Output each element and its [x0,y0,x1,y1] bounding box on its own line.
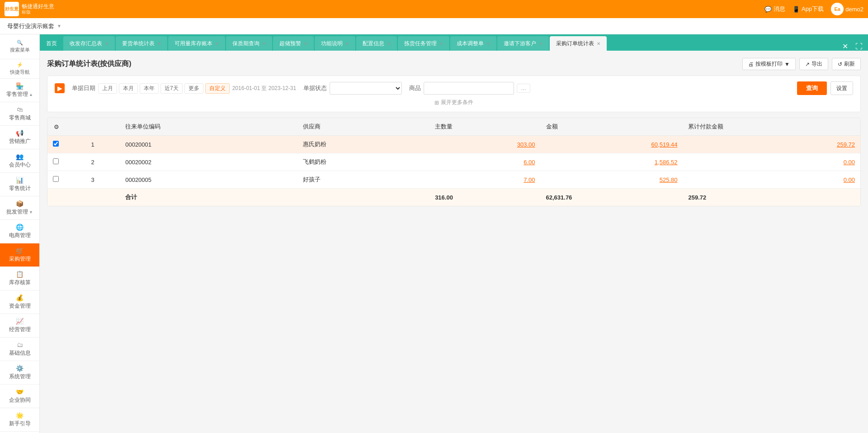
row-quantity[interactable]: 7.00 [429,171,540,189]
status-select[interactable] [330,82,402,95]
row-index: 2 [66,153,120,171]
tab-picking-task[interactable]: 拣货任务管理 ✕ [398,36,449,51]
table-header: ⚙ 往来单位编码 供应商 主数量 金额 累计付款金额 [47,118,860,136]
row-amount[interactable]: 525.80 [541,171,683,189]
message-icon: 💬 [764,6,772,13]
tab-collect-pay[interactable]: 收发存汇总表 ✕ [63,36,115,51]
tab-overstock-alert[interactable]: 超储预警 ✕ [273,36,314,51]
tab-purchase-stats[interactable]: 采购订单统计表 ✕ [550,36,607,51]
footer-label: 合计 [120,189,297,206]
search-menu-button[interactable]: 🔍 搜索菜单 [3,38,37,55]
tab-home[interactable]: 首页 [40,36,63,51]
sidebar-item-purchase-mgmt[interactable]: 🛒 采购管理 [0,243,39,267]
sidebar-item-member-center[interactable]: 👥 会员中心 [0,149,39,173]
date-btn-this-month[interactable]: 本月 [119,83,138,94]
message-btn[interactable]: 💬 消息 [764,5,785,13]
logo-icon: 好生意 [5,2,19,16]
date-btn-this-year[interactable]: 本年 [140,83,159,94]
table-row[interactable]: 2 00020002 飞鹤奶粉 6.00 1,586.52 0.00 [47,153,860,171]
logo-text: 畅捷通好生意 标版 [22,3,54,15]
tab-cost-adjust[interactable]: 成本调整单 ✕ [450,36,496,51]
tab-close-picking-task[interactable]: ✕ [439,41,443,46]
tab-close-collect-pay[interactable]: ✕ [105,41,108,46]
sidebar-item-basic-info[interactable]: 🗂 基础信息 [0,338,39,361]
maximize-tab-button[interactable]: ⛶ [854,43,864,51]
main-layout: 🔍 搜索菜单 ⚡ 快捷导航 🏪 零售管理 ▲ 🛍 零售商城 📢 营销推广 👥 会… [0,34,868,433]
sidebar-item-ecommerce[interactable]: 🌐 电商管理 [0,220,39,243]
tab-goods-stats[interactable]: 要货单统计表 ✕ [116,36,167,51]
tab-close-goods-stats[interactable]: ✕ [157,41,161,46]
tab-config-info[interactable]: 配置信息 ✕ [356,36,397,51]
workspace-selector[interactable]: 母婴行业演示账套 ▼ [7,22,61,30]
row-quantity[interactable]: 303.00 [429,136,540,153]
sidebar-item-enterprise-collab[interactable]: 🤝 企业协同 [0,385,39,408]
sidebar-item-operations[interactable]: 📈 经营管理 [0,314,39,338]
sidebar-item-marketing[interactable]: 📢 营销推广 [0,126,39,149]
print-button[interactable]: 🖨 按模板打印 ▼ [742,58,796,70]
sidebar-search-area: 🔍 搜索菜单 [0,34,39,59]
export-button[interactable]: ↗ 导出 [799,58,828,70]
column-settings-icon[interactable]: ⚙ [54,124,59,130]
tab-func-desc[interactable]: 功能说明 ✕ [315,36,355,51]
row-paid-amount[interactable]: 0.00 [683,153,860,171]
tab-invite-customer[interactable]: 邀请下游客户 ✕ [497,36,549,51]
sidebar-item-system-mgmt[interactable]: ⚙️ 系统管理 [0,361,39,385]
sidebar-item-wholesale-mgmt[interactable]: 📦 批发管理 ▼ [0,196,39,220]
retail-mgmt-icon: 🏪 [16,82,24,90]
date-btn-last-month[interactable]: 上月 [98,83,117,94]
tab-close-config-info[interactable]: ✕ [387,41,391,46]
data-table: ⚙ 往来单位编码 供应商 主数量 金额 累计付款金额 1 00020001 [47,118,860,206]
tab-close-overstock-alert[interactable]: ✕ [304,41,307,46]
tab-close-expiry-query[interactable]: ✕ [262,41,266,46]
row-checkbox[interactable] [47,136,66,153]
tab-available-stock[interactable]: 可用量库存账本 ✕ [168,36,225,51]
tab-bar-actions: ✕ ⛶ [837,42,868,51]
date-btn-more[interactable]: 更多 [184,83,203,94]
tab-close-func-desc[interactable]: ✕ [345,41,349,46]
sidebar-item-finance[interactable]: 💰 资金管理 [0,290,39,314]
date-btn-7days[interactable]: 近7天 [160,83,183,94]
user-menu[interactable]: Ea demo2 [831,3,863,15]
row-paid-amount[interactable]: 259.72 [683,136,860,153]
refresh-button[interactable]: ↺ 刷新 [832,58,861,70]
content-area: 首页 收发存汇总表 ✕ 要货单统计表 ✕ 可用量库存账本 ✕ 保质期查询 ✕ 超… [40,34,868,433]
sidebar-item-retail-stats[interactable]: 📊 零售统计 [0,173,39,196]
workspace-bar: 母婴行业演示账套 ▼ [0,18,868,34]
marketing-icon: 📢 [16,129,24,137]
table-row[interactable]: 1 00020001 惠氏奶粉 303.00 60,519.44 259.72 [47,136,860,153]
more-filters-button[interactable]: … [517,84,530,93]
goods-input[interactable] [424,82,514,95]
ecommerce-icon: 🌐 [16,224,24,231]
row-checkbox[interactable] [47,153,66,171]
nav-icon: ⚡ [17,62,23,68]
print-arrow-icon: ▼ [784,61,790,67]
tab-close-available-stock[interactable]: ✕ [215,41,219,46]
sidebar-item-inventory[interactable]: 📋 库存核算 [0,267,39,290]
row-checkbox[interactable] [47,171,66,189]
finance-icon: 💰 [16,294,24,301]
tab-close-invite-customer[interactable]: ✕ [539,41,542,46]
tab-close-purchase-stats[interactable]: ✕ [597,41,600,46]
query-button[interactable]: 查询 [797,81,827,95]
quick-nav-button[interactable]: ⚡ 快捷导航 [0,59,39,79]
row-supplier: 飞鹤奶粉 [297,153,429,171]
close-tab-button[interactable]: ✕ [840,42,850,51]
settings-button[interactable]: 设置 [830,81,853,95]
row-amount[interactable]: 1,586.52 [541,153,683,171]
expand-conditions-button[interactable]: ⊞ 展开更多条件 [434,99,473,106]
row-paid-amount[interactable]: 0.00 [683,171,860,189]
tab-expiry-query[interactable]: 保质期查询 ✕ [226,36,272,51]
row-quantity[interactable]: 6.00 [429,153,540,171]
col-paid-amount: 累计付款金额 [683,118,860,136]
table-row[interactable]: 3 00020005 好孩子 7.00 525.80 0.00 [47,171,860,189]
sidebar-item-retail-mall[interactable]: 🛍 零售商城 [0,102,39,126]
filter-toggle-button[interactable]: ▶ [55,83,65,93]
tab-close-cost-adjust[interactable]: ✕ [486,41,490,46]
basic-info-icon: 🗂 [17,341,23,348]
chevron-icon: ▲ [29,92,33,97]
sidebar-item-newbie[interactable]: 🌟 新手引导 [0,408,39,432]
page-content: 采购订单统计表(按供应商) 🖨 按模板打印 ▼ ↗ 导出 ↺ 刷新 [40,51,868,433]
sidebar-item-retail-mgmt[interactable]: 🏪 零售管理 ▲ [0,79,39,102]
app-download-btn[interactable]: 📱 App下载 [793,5,824,13]
row-amount[interactable]: 60,519.44 [541,136,683,153]
